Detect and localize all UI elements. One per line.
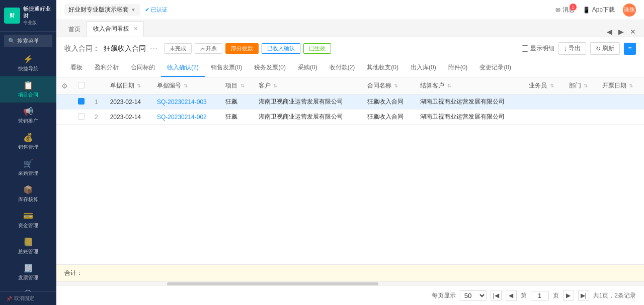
sidebar-item-fund[interactable]: 💳 资金管理 [0,207,56,233]
export-button[interactable]: ↓ 导出 [558,42,586,55]
sub-tab-tax-invoice[interactable]: 税务发票(0) [248,59,292,77]
sub-tab-attachment[interactable]: 附件(0) [442,59,474,77]
sub-tab-payment-label: 收付款(2) [330,64,355,71]
date-col-header[interactable]: 单据日期 ⇅ [105,77,152,94]
salesman-col-header[interactable]: 业务员 ⇅ [524,77,564,94]
sidebar: 财 畅捷通好业财 专业版 🔍 搜索菜单 ⚡ 快捷导航 📋 项目合同 📢 营销推广… [0,0,56,305]
table-row[interactable]: 2 2023-02-14 SQ-20230214-002 狂飙 湖南卫视商业运营… [56,110,644,125]
tab-nav-next[interactable]: ▶ [616,27,626,37]
unpin-button[interactable]: 📌 取消固定 [0,292,56,305]
row2-checkbox-input[interactable] [78,113,85,120]
show-detail-checkbox[interactable] [522,45,528,52]
row1-salesman [524,94,564,110]
sub-tab-contract-subject[interactable]: 合同标的 [125,59,161,77]
sidebar-item-quick-nav[interactable]: ⚡ 快捷导航 [0,50,56,76]
sidebar-bottom: 📌 取消固定 [0,291,56,305]
export-label: 导出 [569,44,581,53]
sub-tab-contract-subject-label: 合同标的 [131,64,155,71]
right-panel-toggle[interactable]: ≡ [624,43,636,55]
sub-tab-tax-invoice-label: 税务发票(0) [254,64,286,71]
contract-col-header[interactable]: 合同名称 ⇅ [362,77,416,94]
date-sort-icon: ⇅ [137,83,141,88]
sidebar-item-invoice[interactable]: 🧾 发票管理 [0,259,56,285]
message-icon: ✉ [555,7,560,14]
sidebar-item-marketing[interactable]: 📢 营销推广 [0,103,56,129]
horizontal-scrollbar[interactable] [56,281,644,285]
result-customer-col-header[interactable]: 结算客户 ⇅ [415,77,524,94]
settings-col-header[interactable]: ⚙ [56,77,73,94]
sidebar-item-project-contract[interactable]: 📋 项目合同 [0,76,56,103]
row2-checkbox[interactable] [73,110,90,125]
scrollbar-thumb[interactable] [167,282,378,285]
select-all-checkbox[interactable] [78,82,85,88]
sidebar-item-general-ledger[interactable]: 📒 总账管理 [0,233,56,259]
row2-number[interactable]: SQ-20230214-002 [152,110,220,125]
page-last-button[interactable]: ▶| [578,290,589,301]
row1-checkbox[interactable] [73,94,90,110]
sub-tab-profit[interactable]: 盈利分析 [89,59,125,77]
tab-home[interactable]: 首页 [62,22,87,37]
page-size-select[interactable]: 50 20 100 [460,290,487,301]
company-name: 好业财专业版演示帐套 [68,6,129,14]
sub-tab-payment[interactable]: 收付款(2) [324,59,361,77]
purchase-icon: 🛒 [23,159,33,168]
sub-tab-sales-invoice[interactable]: 销售发票(0) [205,59,249,77]
tab-nav-prev[interactable]: ◀ [605,27,614,37]
sidebar-item-sales[interactable]: 💰 销售管理 [0,129,56,155]
search-menu-button[interactable]: 🔍 搜索菜单 [4,35,52,47]
sub-tab-kanban[interactable]: 看板 [64,59,89,77]
sub-tabs: 看板 盈利分析 合同标的 收入确认(2) 销售发票(0) 税务发票(0) 采购(… [56,59,644,77]
purchase-label: 采购管理 [18,170,38,177]
page-first-button[interactable]: |◀ [491,290,502,301]
status-uninvoiced-button[interactable]: 未开票 [195,43,222,54]
sub-tab-purchase[interactable]: 采购(0) [292,59,324,77]
project-col-header[interactable]: 项目 ⇅ [220,77,254,94]
sidebar-item-inventory[interactable]: 📦 库存核算 [0,181,56,207]
row1-number-link[interactable]: SQ-20230214-003 [157,98,207,106]
sub-tab-change-log[interactable]: 变更记录(0) [473,59,517,77]
status-partial-button[interactable]: 部分收款 [225,43,259,54]
contract-status-bar: 未完成 未开票 部分收款 已收入确认 已生效 [164,43,331,54]
dropdown-arrow-icon: ▼ [131,7,136,13]
contract-label: 收入合同： [64,44,100,53]
checkbox-col-header[interactable] [73,77,90,94]
page-next-button[interactable]: ▶ [563,290,574,301]
department-col-header[interactable]: 部门 ⇅ [564,77,597,94]
row2-number-link[interactable]: SQ-20230214-002 [157,114,207,121]
sub-tab-other-income[interactable]: 其他收支(0) [361,59,405,77]
row1-settings [56,94,73,110]
sidebar-item-tax[interactable]: 🏛 税务管理 [0,285,56,291]
page-number-input[interactable] [531,291,549,300]
settings-icon[interactable]: ⚙ [61,82,68,90]
sub-tab-warehouse[interactable]: 出入库(0) [405,59,442,77]
row1-number[interactable]: SQ-20230214-003 [152,94,220,110]
row1-checkbox-input[interactable] [78,98,85,105]
contract-more-button[interactable]: ··· [150,44,158,53]
number-col-header[interactable]: 单据编号 ⇅ [152,77,220,94]
sub-tab-income-confirm[interactable]: 收入确认(2) [161,59,205,77]
refresh-label: 刷新 [602,44,614,53]
page-prev-button[interactable]: ◀ [506,290,517,301]
refresh-button[interactable]: ↻ 刷新 [590,42,620,55]
refresh-icon: ↻ [596,45,601,52]
app-download-button[interactable]: 📱 App下载 [583,6,615,14]
table-row[interactable]: 1 2023-02-14 SQ-20230214-003 狂飙 湖南卫视商业运营… [56,94,644,110]
customer-col-header[interactable]: 客户 ⇅ [254,77,362,94]
row2-project: 狂飙 [220,110,254,125]
general-ledger-label: 总账管理 [18,248,38,255]
status-incomplete-button[interactable]: 未完成 [164,43,192,54]
tab-close-all[interactable]: ✕ [628,27,638,37]
row2-date: 2023-02-14 [105,110,152,125]
tab-close-icon[interactable]: × [134,25,137,32]
message-button[interactable]: ✉ 1 消息 [555,6,575,14]
company-selector[interactable]: 好业财专业版演示帐套 ▼ [64,4,140,16]
show-detail-checkbox-label[interactable]: 显示明细 [522,44,554,53]
status-confirmed-button[interactable]: 已收入确认 [262,43,300,54]
sidebar-item-purchase[interactable]: 🛒 采购管理 [0,155,56,181]
open-date-col-header[interactable]: 开票日期 ⇅ [597,77,644,94]
page-label: 第 [521,291,527,300]
tab-contract-board[interactable]: 收入合同看板 × [87,21,144,37]
user-avatar-button[interactable]: 珠珠 [623,4,636,17]
tabbar: 首页 收入合同看板 × ◀ ▶ ✕ [56,20,644,37]
status-active-button[interactable]: 已生效 [303,43,331,54]
